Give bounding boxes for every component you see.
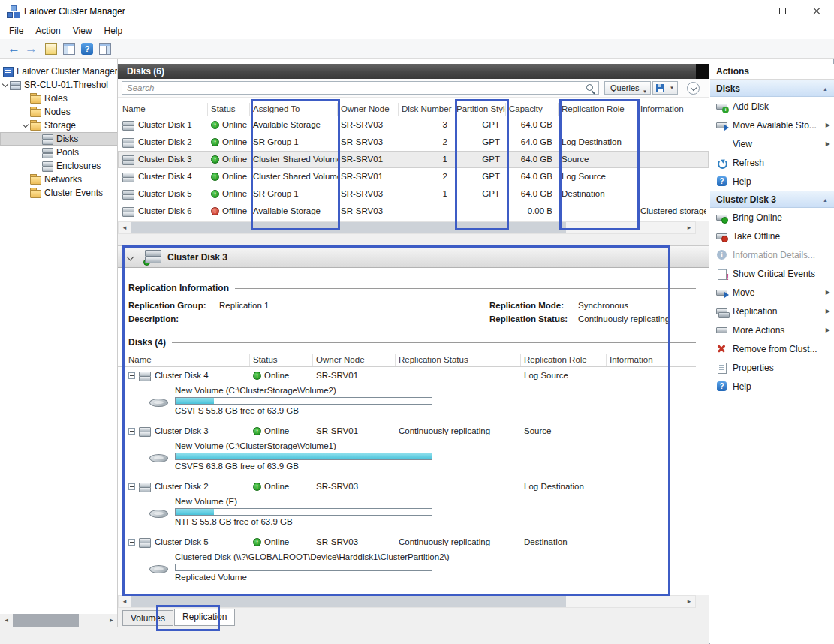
show-action-pane-icon[interactable] bbox=[99, 43, 111, 55]
detail-tab[interactable]: Volumes bbox=[122, 610, 173, 626]
column-header[interactable]: Owner Node bbox=[313, 354, 396, 367]
collapse-expander-icon[interactable] bbox=[128, 483, 135, 490]
detail-panel-header[interactable]: Cluster Disk 3 bbox=[118, 245, 709, 268]
action-item[interactable]: Information Details... ▶ bbox=[710, 245, 834, 264]
actions-section-disks[interactable]: Disks ▲ bbox=[710, 80, 834, 97]
search-box[interactable] bbox=[122, 81, 599, 95]
column-header[interactable]: Owner Node bbox=[338, 103, 399, 116]
tree-item[interactable]: Cluster Events bbox=[0, 186, 118, 200]
menu-item[interactable]: Action bbox=[29, 23, 66, 39]
scroll-left-icon[interactable]: ◂ bbox=[119, 222, 131, 233]
table-row[interactable]: Cluster Disk 1 Online Available Storage … bbox=[118, 116, 709, 134]
column-header[interactable]: Replication Role bbox=[521, 354, 607, 367]
back-icon[interactable]: ← bbox=[8, 40, 20, 58]
action-item[interactable]: Refresh ▶ bbox=[710, 153, 834, 172]
tree-expand-chevron-icon[interactable] bbox=[23, 122, 30, 129]
tree-horizontal-scrollbar[interactable]: ◂ ▸ bbox=[0, 614, 118, 627]
minimize-button[interactable] bbox=[730, 0, 765, 22]
action-item[interactable]: Move ▶ bbox=[710, 283, 834, 302]
action-item[interactable]: View ▶ bbox=[710, 134, 834, 153]
scroll-right-icon[interactable]: ▸ bbox=[105, 614, 118, 627]
column-header[interactable]: Name bbox=[118, 354, 250, 367]
collapse-section-icon[interactable]: ▲ bbox=[823, 80, 828, 98]
save-query-button[interactable]: ▼ bbox=[652, 81, 678, 95]
scrollbar-thumb[interactable] bbox=[13, 614, 79, 627]
collapse-expander-icon[interactable] bbox=[128, 539, 135, 546]
detail-horizontal-scrollbar[interactable]: ◂ ▸ bbox=[118, 595, 696, 608]
table-row[interactable]: Cluster Disk 4 Online Cluster Shared Vol… bbox=[118, 168, 709, 185]
scrollbar-thumb[interactable] bbox=[131, 596, 566, 607]
queries-button[interactable]: Queries ▼ bbox=[604, 81, 651, 95]
search-input[interactable] bbox=[122, 82, 598, 94]
tree-item[interactable]: Pools bbox=[0, 146, 118, 159]
detail-disk-row[interactable]: Cluster Disk 4 Online SR-SRV01 Log Sourc… bbox=[118, 367, 709, 384]
column-header[interactable]: Status bbox=[208, 103, 250, 116]
tree-item[interactable]: Enclosures bbox=[0, 159, 118, 173]
action-item[interactable]: Add Disk ▶ bbox=[710, 97, 834, 116]
column-header[interactable]: Name bbox=[118, 103, 208, 116]
tree-item[interactable]: SR-CLU-01.Threshol bbox=[0, 78, 118, 92]
scroll-right-icon[interactable]: ▸ bbox=[683, 596, 695, 607]
tree-item[interactable]: Networks bbox=[0, 173, 118, 186]
volume-icon bbox=[149, 510, 168, 518]
action-item[interactable]: Take Offline ▶ bbox=[710, 227, 834, 245]
tree-expand-chevron-icon[interactable] bbox=[2, 81, 10, 89]
tree-item[interactable]: Roles bbox=[0, 92, 118, 105]
column-header[interactable]: Replication Status bbox=[396, 354, 521, 367]
actions-section-cluster-disk-3[interactable]: Cluster Disk 3 ▲ bbox=[710, 191, 834, 208]
disks-table-header[interactable]: NameStatusAssigned ToOwner NodeDisk Numb… bbox=[118, 103, 709, 116]
action-item[interactable]: Help ▶ bbox=[710, 172, 834, 191]
menu-item[interactable]: File bbox=[3, 23, 29, 39]
maximize-button[interactable] bbox=[765, 0, 799, 22]
menu-item[interactable]: View bbox=[67, 23, 98, 39]
forward-icon[interactable]: → bbox=[25, 40, 38, 58]
table-row[interactable]: Cluster Disk 6 Offline Available Storage… bbox=[118, 203, 709, 220]
cell-capacity: 64.0 GB bbox=[506, 168, 559, 185]
tree-item[interactable]: Nodes bbox=[0, 105, 118, 119]
table-row[interactable]: Cluster Disk 3 Online Cluster Shared Vol… bbox=[118, 151, 709, 168]
tree-item[interactable]: Storage bbox=[0, 119, 118, 132]
export-list-icon[interactable] bbox=[45, 43, 57, 55]
detail-tab[interactable]: Replication bbox=[174, 609, 235, 626]
action-item[interactable]: Remove from Clust... ▶ bbox=[710, 339, 834, 358]
action-item[interactable]: More Actions ▶ bbox=[710, 320, 834, 339]
table-row[interactable]: Cluster Disk 5 Online SR Group 1 SR-SRV0… bbox=[118, 185, 709, 203]
collapse-filter-button[interactable] bbox=[687, 82, 700, 95]
detail-disk-row[interactable]: Cluster Disk 5 Online SR-SRV03 Continuou… bbox=[118, 534, 709, 551]
action-item[interactable]: Help ▶ bbox=[710, 377, 834, 396]
cell-status: Offline bbox=[208, 203, 250, 220]
scroll-left-icon[interactable]: ◂ bbox=[119, 596, 131, 607]
tree-item[interactable]: Failover Cluster Manager bbox=[0, 65, 118, 78]
collapse-expander-icon[interactable] bbox=[128, 428, 135, 435]
detail-table-header[interactable]: NameStatusOwner NodeReplication StatusRe… bbox=[118, 354, 696, 367]
action-item[interactable]: Show Critical Events ▶ bbox=[710, 264, 834, 283]
action-item[interactable]: Replication ▶ bbox=[710, 302, 834, 320]
tree-item[interactable]: Disks bbox=[0, 132, 118, 146]
menu-item[interactable]: Help bbox=[98, 23, 129, 39]
scrollbar-thumb[interactable] bbox=[131, 222, 566, 233]
detail-disk-row[interactable]: Cluster Disk 2 Online SR-SRV03 Log Desti… bbox=[118, 478, 709, 495]
action-item[interactable]: Properties ▶ bbox=[710, 358, 834, 377]
scroll-right-icon[interactable]: ▸ bbox=[683, 222, 695, 233]
table-row[interactable]: Cluster Disk 2 Online SR Group 1 SR-SRV0… bbox=[118, 134, 709, 151]
action-item[interactable]: Bring Online ▶ bbox=[710, 208, 834, 227]
column-header[interactable]: Information bbox=[607, 354, 685, 367]
column-header[interactable]: Status bbox=[250, 354, 313, 367]
column-header[interactable]: Capacity bbox=[506, 103, 559, 116]
scroll-left-icon[interactable]: ◂ bbox=[0, 614, 13, 627]
help-icon[interactable]: ? bbox=[81, 43, 93, 55]
column-header[interactable]: Replication Role bbox=[559, 103, 637, 116]
cell-replication-role bbox=[559, 203, 637, 220]
column-header[interactable]: Information bbox=[637, 103, 706, 116]
column-header[interactable]: Disk Number bbox=[399, 103, 453, 116]
close-button[interactable] bbox=[799, 0, 834, 22]
column-header[interactable]: Assigned To bbox=[250, 103, 338, 116]
show-console-tree-icon[interactable] bbox=[63, 43, 75, 55]
detail-disk-row[interactable]: Cluster Disk 3 Online SR-SRV01 Continuou… bbox=[118, 423, 709, 440]
column-header[interactable]: Partition Style bbox=[453, 103, 506, 116]
collapse-expander-icon[interactable] bbox=[128, 372, 135, 379]
collapse-section-icon[interactable]: ▲ bbox=[823, 191, 828, 209]
collapse-details-chevron-icon[interactable] bbox=[127, 254, 134, 261]
list-horizontal-scrollbar[interactable]: ◂ ▸ bbox=[118, 221, 696, 234]
action-item[interactable]: Move Available Sto... ▶ bbox=[710, 116, 834, 134]
